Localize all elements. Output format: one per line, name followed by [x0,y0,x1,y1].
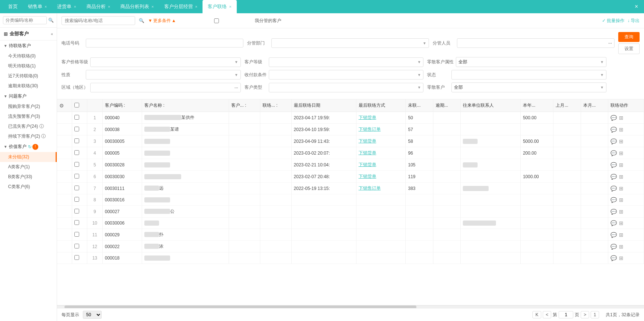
filter-customer-level-select[interactable]: ▼ [269,57,424,67]
filter-nature-select[interactable]: ▼ [86,70,241,80]
contact-method-link[interactable]: 下销货单 [359,150,376,155]
col-this-year[interactable]: 本年... [521,99,553,112]
filter-payment-select[interactable]: ▼ [269,70,424,80]
sidebar-item-churn-warning[interactable]: 流失预警客户(3) [0,112,57,121]
grid-action-icon[interactable]: ⊞ [619,197,623,203]
message-action-icon[interactable]: 💬 [610,232,617,238]
row-checkbox[interactable] [74,186,79,190]
filter-customer-type-select[interactable]: ▼ [269,83,424,92]
grid-action-icon[interactable]: ⊞ [619,115,623,121]
tab-product-analysis-list[interactable]: 商品分析列表 × [115,0,159,13]
sidebar-collapse-btn[interactable]: « [51,32,53,36]
grid-action-icon[interactable]: ⊞ [619,150,623,156]
col-settings[interactable]: ⚙ [57,99,72,112]
settings-icon[interactable]: ⚙ [59,103,64,109]
col-last-month[interactable]: 上月... [553,99,581,112]
category-search-icon[interactable]: 🔍 [48,18,54,23]
export-btn[interactable]: ↓ 导出 [627,18,640,24]
grid-action-icon[interactable]: ⊞ [619,244,623,250]
filter-region-select[interactable]: ··· [90,83,241,92]
sidebar-item-overdue[interactable]: 逾期未联络(30) [0,81,57,91]
select-all-checkbox[interactable] [74,103,79,107]
grid-action-icon[interactable]: ⊞ [619,162,623,168]
tab-product-analysis[interactable]: 商品分析 × [81,0,115,13]
message-action-icon[interactable]: 💬 [610,138,617,144]
tab-home[interactable]: 首页 [3,0,23,13]
col-code[interactable]: 客户编码 : [102,99,142,112]
sidebar-item-7days[interactable]: 近7天待联络(0) [0,71,57,81]
sidebar-item-class-c[interactable]: C类客户(6) [0,182,57,192]
message-action-icon[interactable]: 💬 [610,150,617,156]
row-checkbox[interactable] [74,150,79,155]
sidebar-item-tomorrow[interactable]: 明天待联络(1) [0,61,57,71]
message-action-icon[interactable]: 💬 [610,115,617,121]
filter-scatter-select[interactable]: 全部 ▼ [451,82,606,92]
message-action-icon[interactable]: 💬 [610,209,617,215]
close-tab-customer-contact[interactable]: × [229,4,231,9]
grid-action-icon[interactable]: ⊞ [619,255,623,261]
search-input[interactable] [61,16,135,25]
contact-method-link[interactable]: 下销售订单 [359,186,381,191]
col-partner-contact[interactable]: 往来单位联系人 [461,99,521,112]
row-checkbox[interactable] [74,197,79,202]
row-checkbox[interactable] [74,127,79,131]
row-checkbox[interactable] [74,220,79,225]
my-customers-checkbox[interactable] [180,18,253,23]
sidebar-item-declining[interactable]: 持续下滑客户(2) ⓘ [0,131,57,141]
window-close-btn[interactable]: × [632,3,641,10]
close-tab-product-analysis-list[interactable]: × [151,4,154,9]
row-checkbox[interactable] [74,244,79,248]
grid-action-icon[interactable]: ⊞ [619,186,623,191]
grid-action-icon[interactable]: ⊞ [619,209,623,215]
per-page-select[interactable]: 50 100 200 [83,311,102,319]
close-tab-product-analysis[interactable]: × [108,4,110,9]
grid-action-icon[interactable]: ⊞ [619,174,623,180]
message-action-icon[interactable]: 💬 [610,174,617,180]
row-checkbox[interactable] [74,209,79,214]
filter-scatter-attr-select[interactable]: 全部 ▼ [456,57,606,67]
close-tab-sales[interactable]: × [45,4,47,9]
sidebar-item-churned[interactable]: 已流失客户(24) ⓘ [0,121,57,131]
contact-method-link[interactable]: 下销货单 [359,174,376,179]
close-tab-customer-segment[interactable]: × [195,4,197,9]
reset-btn[interactable]: 设置 [618,43,640,54]
row-checkbox[interactable] [74,232,79,237]
col-last-method[interactable]: 最后联络方式 [356,99,406,112]
query-btn[interactable]: 查询 [618,32,640,42]
filter-phone-input[interactable] [86,39,243,47]
sidebar-item-ungroup[interactable]: 未分组(32) [0,152,57,162]
all-customers-item[interactable]: ⊞ 全部客户 « [0,28,57,40]
message-action-icon[interactable]: 💬 [610,186,617,191]
row-checkbox[interactable] [74,138,79,143]
grid-action-icon[interactable]: ⊞ [619,232,623,238]
last-page-btn[interactable]: 1 [591,311,599,318]
contact-method-link[interactable]: 下销货单 [359,115,376,120]
sidebar-item-class-b[interactable]: B类客户(33) [0,172,57,182]
filter-dept-select[interactable]: ▼ [271,38,429,48]
contact-method-link[interactable]: 下销售订单 [359,127,381,132]
sidebar-item-class-a[interactable]: A类客户(1) [0,162,57,172]
prev-page-btn[interactable]: < [543,311,551,318]
section-title-value[interactable]: ▼ 价值客户 ↻ ! [0,141,57,152]
filter-status-select[interactable]: ▼ [451,70,606,80]
col-contact[interactable]: 联络... : [260,99,291,112]
section-title-problem[interactable]: ▼ 问题客户 [0,91,57,102]
sidebar-item-hoarding[interactable]: 囤购异常客户(2) [0,102,57,112]
sidebar-item-today[interactable]: 今天待联络(0) [0,51,57,61]
message-action-icon[interactable]: 💬 [610,255,617,261]
grid-action-icon[interactable]: ⊞ [619,220,623,226]
row-checkbox[interactable] [74,162,79,167]
tab-sales[interactable]: 销售单 × [23,0,52,13]
search-btn[interactable]: 🔍 [139,18,144,23]
more-conditions-btn[interactable]: ▼ 更多条件 ▲ [148,18,176,24]
contact-method-link[interactable]: 下销货单 [359,138,376,144]
my-customers-checkbox-area[interactable]: 我分管的客户 [180,18,281,24]
row-checkbox[interactable] [74,174,79,179]
filter-price-select[interactable]: ▼ [90,57,241,67]
section-title-pending[interactable]: ▼ 待联络客户 [0,40,57,51]
col-this-month[interactable]: 本月... [581,99,608,112]
col-last-date[interactable]: 最后联络日期 [291,99,356,112]
page-number-input[interactable] [559,311,573,318]
message-action-icon[interactable]: 💬 [610,127,617,133]
category-search-input[interactable] [3,16,47,24]
